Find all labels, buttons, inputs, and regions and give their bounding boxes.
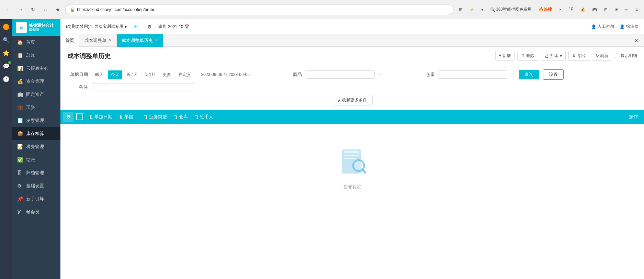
- date-tab-7days[interactable]: 近7天: [124, 70, 140, 79]
- url-text: https://cloud.chanjet.com/accounting/uru…: [77, 7, 154, 12]
- address-bar[interactable]: 🔒 https://cloud.chanjet.com/accounting/u…: [65, 4, 453, 15]
- sidebar-logo: 会 畅捷通好会计 旗舰版: [12, 19, 60, 36]
- col-warehouse[interactable]: ⇅ 仓库: [170, 114, 191, 120]
- col-operator[interactable]: ⇅ 经手人: [191, 114, 217, 120]
- tab-cost-adjustment-history-label: 成本调整单历史: [122, 37, 153, 44]
- sidebar-item-closing[interactable]: ✅ 结账: [12, 153, 60, 166]
- warehouse-input[interactable]: [439, 70, 507, 79]
- icon-sidebar-search[interactable]: 🔍: [0, 34, 12, 46]
- company-name: (勿删勿禁用) 江西版宝测试专用: [66, 24, 123, 30]
- tab-home[interactable]: 首页: [60, 34, 79, 47]
- translate-btn[interactable]: 译: [566, 5, 576, 14]
- sidebar-label-archive: 归档管理: [26, 170, 44, 176]
- refresh-action-btn[interactable]: ↻ 刷新: [592, 51, 612, 61]
- sidebar-label-ledger: 总账: [26, 52, 35, 58]
- hot-search-btn[interactable]: 🔥热搜: [536, 5, 555, 14]
- icon-sidebar-message[interactable]: 💬: [0, 60, 12, 72]
- sidebar-item-settings[interactable]: ⚙ 基础设置: [12, 179, 60, 192]
- person-icon: 👤: [591, 24, 596, 29]
- col-biz-type-label: 业务类型: [149, 114, 167, 120]
- setting-btn[interactable]: 设置: [543, 69, 564, 80]
- goods-more[interactable]: ···: [379, 72, 382, 77]
- refresh-button[interactable]: ↻: [28, 5, 38, 14]
- sidebar-item-member[interactable]: V 畅会员: [12, 205, 60, 219]
- bookmark-button[interactable]: ★: [53, 5, 63, 14]
- company-selector[interactable]: (勿删勿禁用) 江西版宝测试专用 ▾: [66, 24, 127, 30]
- show-detail-label: 显示明细: [621, 53, 637, 59]
- export-btn[interactable]: ⬇ 导出: [568, 51, 589, 61]
- print-btn[interactable]: 🖨 打印 ▾: [541, 51, 566, 61]
- delete-btn[interactable]: 🗑 删除: [517, 51, 538, 61]
- logo-subtitle: 旗舰版: [29, 28, 54, 32]
- sidebar-item-reports[interactable]: 📊 云报表中心: [12, 62, 60, 75]
- scissors-btn[interactable]: ✂: [556, 5, 565, 14]
- col-date[interactable]: ⇅ 单据日期: [86, 114, 116, 120]
- date-tab-more[interactable]: 更多: [160, 70, 174, 79]
- sidebar-item-assets[interactable]: 🏢 固定资产: [12, 88, 60, 101]
- sidebar-item-payroll[interactable]: 💼 工资: [12, 101, 60, 114]
- sidebar-item-inventory[interactable]: 📦 库存核算: [12, 127, 60, 140]
- sidebar-item-archive[interactable]: 🗄 归档管理: [12, 166, 60, 179]
- sidebar-item-home[interactable]: 🏠 首页: [12, 36, 60, 49]
- query-btn[interactable]: 查询: [519, 70, 539, 79]
- icon-sidebar-history[interactable]: 🕐: [0, 73, 12, 85]
- empty-state: 暂元数据: [60, 124, 644, 211]
- date-tab-custom[interactable]: 自定义: [176, 70, 194, 79]
- select-all-checkbox[interactable]: [76, 113, 83, 120]
- col-biz-type[interactable]: ⇅ 业务类型: [140, 114, 170, 120]
- date-filter-label: 单据日期: [67, 71, 88, 78]
- icon-sidebar-logo: 🟠: [0, 21, 12, 33]
- period-selector[interactable]: 账期 2021-10 📅: [158, 24, 190, 30]
- home-button[interactable]: ⌂: [41, 5, 50, 14]
- date-tab-1month[interactable]: 近1月: [142, 70, 159, 79]
- sidebar-label-funds: 资金管理: [26, 78, 44, 85]
- new-btn[interactable]: + 新增: [495, 51, 515, 61]
- username: 徐泽华: [626, 24, 639, 30]
- consultant-btn[interactable]: 👤 人工咨询: [591, 24, 614, 30]
- empty-icon: [335, 144, 370, 179]
- show-detail-toggle[interactable]: 显示明细: [615, 53, 637, 59]
- search-ai-btn[interactable]: 🔍 360智能抠图免费用: [487, 5, 534, 14]
- game-btn[interactable]: 🎮: [589, 5, 600, 14]
- date-tab-yesterday[interactable]: 昨天: [92, 70, 106, 79]
- tab-cost-adjustment-history-close[interactable]: ✕: [155, 38, 158, 43]
- warehouse-more[interactable]: ···: [511, 72, 515, 77]
- svg-line-6: [362, 169, 365, 173]
- goods-input[interactable]: [306, 70, 375, 79]
- date-tab-today[interactable]: 今天: [108, 70, 122, 79]
- flash-button[interactable]: ⚡: [466, 5, 477, 14]
- close-all-tabs[interactable]: ✕: [632, 36, 641, 45]
- sidebar-item-invoice[interactable]: 🧾 发票管理: [12, 114, 60, 127]
- sidebar-label-reports: 云报表中心: [26, 65, 48, 71]
- sidebar-item-tax[interactable]: 📝 税务管理: [12, 140, 60, 153]
- collapse-btn[interactable]: ∧ 收起更多条件: [332, 95, 373, 105]
- settings-icon-btn[interactable]: ⚙: [145, 22, 154, 32]
- apps-btn[interactable]: ⊞: [601, 5, 610, 14]
- table-gear-btn[interactable]: ⚙: [63, 112, 74, 122]
- sidebar-label-inventory: 库存核算: [26, 131, 44, 137]
- sidebar-item-ledger[interactable]: 📋 总账: [12, 49, 60, 62]
- sun-btn[interactable]: ☀: [612, 5, 621, 14]
- expand-button[interactable]: ▾: [478, 5, 486, 14]
- forward-button[interactable]: →: [16, 5, 25, 14]
- sidebar-item-guide[interactable]: 📌 新手引导: [12, 192, 60, 205]
- print-dropdown-icon: ▾: [560, 54, 562, 58]
- tab-cost-adjustment-history[interactable]: 成本调整单历史 ✕: [117, 34, 163, 47]
- undo-btn[interactable]: ↩: [622, 5, 631, 14]
- back-button[interactable]: ←: [3, 5, 13, 14]
- user-menu[interactable]: 👤 徐泽华: [620, 24, 639, 30]
- remark-input[interactable]: [92, 83, 195, 91]
- sidebar-item-funds[interactable]: 💰 资金管理: [12, 75, 60, 88]
- sidebar-label-home: 首页: [26, 39, 35, 45]
- menu-btn[interactable]: ≡: [633, 5, 641, 14]
- icon-sidebar-star[interactable]: ⭐: [0, 47, 12, 59]
- show-detail-checkbox[interactable]: [615, 54, 619, 58]
- tab-cost-adjustment[interactable]: 成本调整单 ✕: [79, 34, 117, 47]
- table-toolbar: ⚙ ⇅ 单据日期 ⇅ 单据... ⇅ 业务类型 ⇅: [60, 110, 644, 124]
- wallet-btn[interactable]: 💰: [577, 5, 588, 14]
- col-number[interactable]: ⇅ 单据...: [116, 114, 140, 120]
- tab-cost-adjustment-close[interactable]: ✕: [109, 38, 112, 43]
- add-company-btn[interactable]: +: [131, 22, 140, 32]
- logo-name: 畅捷通好会计: [29, 23, 54, 28]
- grid-button[interactable]: ⊞: [456, 5, 465, 14]
